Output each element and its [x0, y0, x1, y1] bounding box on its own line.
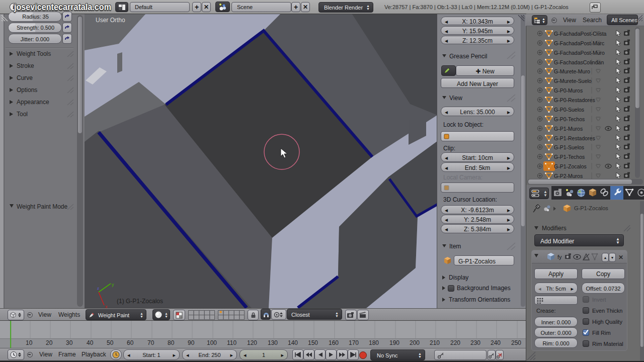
- svg-text:z: z: [97, 286, 99, 291]
- svg-text:(1) G-P1-Zocalos: (1) G-P1-Zocalos: [117, 298, 163, 305]
- svg-text:y: y: [112, 282, 114, 287]
- svg-text:x: x: [105, 304, 108, 308]
